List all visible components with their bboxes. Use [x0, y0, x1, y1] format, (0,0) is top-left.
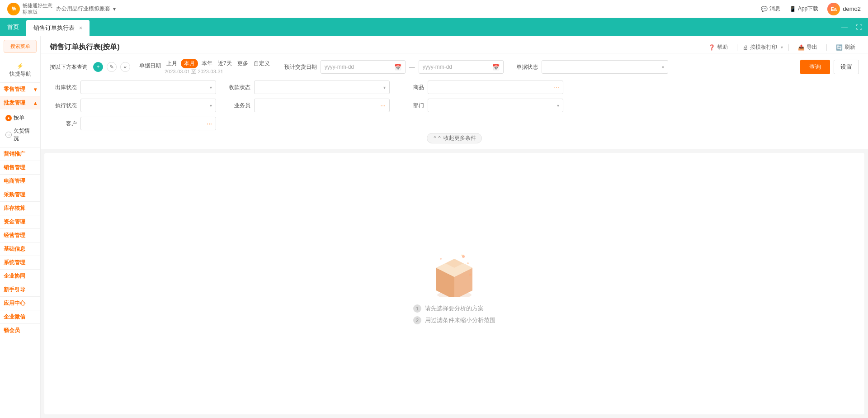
logo-area: 畅 畅捷通好生意 标准版 [7, 3, 52, 15]
predict-date-end-field[interactable] [423, 64, 491, 70]
date-shortcut-7days[interactable]: 近7天 [216, 59, 234, 68]
sidebar-item-member[interactable]: 畅会员 [0, 323, 40, 337]
export-icon: 📤 [798, 44, 805, 51]
customer-dots-icon[interactable]: ··· [205, 120, 212, 127]
tip-text-1: 请先选择要分析的方案 [425, 304, 484, 313]
svg-point-4 [469, 274, 472, 276]
edit-scheme-button[interactable]: ✎ [107, 62, 117, 72]
settings-button[interactable]: 设置 [834, 60, 859, 74]
divider [737, 44, 737, 51]
print-dropdown-icon[interactable]: ▾ [781, 45, 783, 50]
tab-close-icon[interactable]: × [79, 25, 82, 31]
wholesale-arrow-icon: ▴ [34, 100, 37, 106]
scheme-item-dandan[interactable]: ● 按单 [4, 111, 37, 124]
sidebar-item-enterprise[interactable]: 企业协同 [0, 269, 40, 283]
filter-item-exec: 执行状态 ▾ [50, 99, 216, 112]
refresh-button[interactable]: 🔄 刷新 [832, 42, 859, 53]
salesperson-input[interactable]: ··· [254, 99, 390, 112]
filter-item-salesperson: 业务员 ··· [223, 99, 390, 112]
customer-label: 客户 [50, 120, 77, 128]
date-label: 单据日期 [139, 59, 161, 72]
divider3 [826, 44, 827, 51]
sidebar-item-finance[interactable]: 资金管理 [0, 215, 40, 228]
message-button[interactable]: 💬 消息 [761, 5, 780, 13]
sidebar-item-quick-nav[interactable]: ⚡ 快捷导航 [0, 58, 40, 82]
collapse-scheme-button[interactable]: « [120, 62, 130, 72]
app-download-button[interactable]: 📱 App下载 [789, 5, 818, 13]
date-shortcut-current-year[interactable]: 本年 [200, 59, 214, 68]
svg-point-1 [462, 255, 465, 258]
logo-icon: 畅 [7, 3, 20, 15]
sidebar-item-operations[interactable]: 经营管理 [0, 228, 40, 242]
scheme-active-dot: ● [5, 115, 12, 121]
tab-sales-order[interactable]: 销售订单执行表 × [26, 20, 90, 36]
calendar-icon[interactable]: 📅 [394, 64, 401, 71]
salesperson-dots-icon[interactable]: ··· [378, 102, 386, 109]
sidebar-item-app-center[interactable]: 应用中心 [0, 296, 40, 310]
window-maximize-button[interactable]: ⛶ [854, 22, 864, 33]
user-area[interactable]: Ea demo2 [827, 3, 861, 15]
outbound-label: 出库状态 [50, 84, 77, 91]
export-button[interactable]: 📤 导出 [794, 42, 821, 53]
goods-input[interactable]: ··· [428, 81, 563, 94]
sidebar-item-ecommerce[interactable]: 电商管理 [0, 174, 40, 188]
quick-nav-icon: ⚡ [17, 63, 24, 69]
sidebar-item-system[interactable]: 系统管理 [0, 256, 40, 269]
tip-text-2: 用过滤条件来缩小分析范围 [425, 316, 495, 324]
predict-date-start-field[interactable] [325, 64, 392, 70]
dept-selector[interactable]: ▾ [428, 99, 563, 112]
predict-date-start-input[interactable]: 📅 [321, 60, 406, 74]
main-layout: 搜索菜单 ⚡ 快捷导航 零售管理 ▾ 批发管理 ▴ ● 按单 ○ [0, 36, 868, 418]
sidebar-item-sales[interactable]: 销售管理 [0, 161, 40, 174]
payment-chevron-icon: ▾ [380, 85, 386, 90]
date-shortcut-more[interactable]: 更多 [236, 59, 250, 68]
sidebar-item-wholesale[interactable]: 批发管理 ▴ [0, 96, 40, 109]
nav-actions: — ⛶ [839, 22, 868, 33]
help-icon: ❓ [708, 44, 715, 51]
sidebar-item-enterprise-wechat[interactable]: 企业微信 [0, 310, 40, 323]
sidebar-item-retail[interactable]: 零售管理 ▾ [0, 82, 40, 96]
date-shortcut-last-month[interactable]: 上月 [165, 59, 179, 68]
sidebar-item-basic[interactable]: 基础信息 [0, 242, 40, 256]
avatar: Ea [827, 3, 840, 15]
print-button[interactable]: 🖨 按模板打印 ▾ [743, 43, 783, 51]
tab-home[interactable]: 首页 [0, 18, 26, 36]
svg-point-2 [467, 262, 469, 264]
predict-date-end-input[interactable]: 📅 [419, 60, 504, 74]
status-selector[interactable]: ▾ [542, 60, 668, 74]
tip-num-1: 1 [413, 304, 421, 313]
sidebar-nav: ⚡ 快捷导航 零售管理 ▾ 批发管理 ▴ ● 按单 ○ 欠货情况 [0, 57, 40, 339]
user-name: demo2 [843, 5, 861, 12]
exec-selector[interactable]: ▾ [80, 99, 216, 112]
help-button[interactable]: ❓ 帮助 [705, 42, 731, 53]
sidebar-item-marketing[interactable]: 营销推广 [0, 147, 40, 161]
add-scheme-button[interactable]: + [93, 62, 103, 72]
calendar-icon2[interactable]: 📅 [492, 64, 500, 71]
date-range-display: 2023-03-01 至 2023-03-31 [165, 68, 272, 75]
sidebar-item-newbie[interactable]: 新手引导 [0, 283, 40, 296]
scheme-item-quhuo[interactable]: ○ 欠货情况 [4, 124, 37, 145]
search-menu-button[interactable]: 搜索菜单 [4, 40, 37, 53]
query-button[interactable]: 查询 [800, 60, 830, 74]
collapse-up-icon: ⌃⌃ [433, 135, 442, 142]
page-header-actions: ❓ 帮助 🖨 按模板打印 ▾ 📤 导出 🔄 刷新 [705, 42, 859, 53]
goods-dots-icon[interactable]: ··· [552, 84, 559, 91]
collapse-label: 收起更多条件 [443, 134, 476, 142]
sidebar-item-purchase[interactable]: 采购管理 [0, 188, 40, 201]
top-bar: 畅 畅捷通好生意 标准版 办公用品行业模拟账套 ▾ 💬 消息 📱 App下载 E… [0, 0, 868, 18]
customer-input[interactable]: ··· [80, 117, 216, 130]
date-shortcut-current-month[interactable]: 本月 [181, 59, 198, 68]
page-header: 销售订单执行表(按单) ❓ 帮助 🖨 按模板打印 ▾ 📤 导出 [41, 36, 868, 53]
breadcrumb-arrow[interactable]: ▾ [113, 6, 116, 12]
collapse-bar[interactable]: ⌃⌃ 收起更多条件 [50, 130, 859, 143]
empty-illustration [427, 243, 481, 297]
outbound-selector[interactable]: ▾ [80, 81, 216, 94]
svg-point-3 [440, 258, 442, 260]
page-title: 销售订单执行表(按单) [50, 43, 120, 52]
content-area: 销售订单执行表(按单) ❓ 帮助 🖨 按模板打印 ▾ 📤 导出 [41, 36, 868, 418]
window-minimize-button[interactable]: — [839, 22, 850, 33]
sidebar-item-inventory[interactable]: 库存核算 [0, 201, 40, 215]
date-shortcut-custom[interactable]: 自定义 [252, 59, 272, 68]
payment-selector[interactable]: ▾ [254, 81, 390, 94]
empty-state: 1 请先选择要分析的方案 2 用过滤条件来缩小分析范围 [44, 153, 864, 414]
